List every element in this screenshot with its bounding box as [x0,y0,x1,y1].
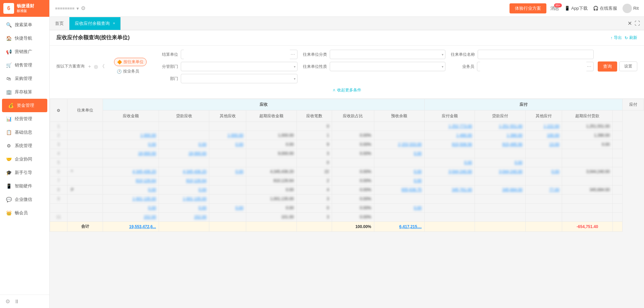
link-cell[interactable]: 100.00 [525,131,562,140]
sidebar-item-sales[interactable]: 🛒 销售管理 [0,58,49,72]
link-cell[interactable]: 1,251,551.00 [475,122,525,131]
link-cell[interactable]: 13.00 [525,140,562,149]
link-cell[interactable]: 345,684.00 [475,185,525,194]
link-cell[interactable]: 0.00 [159,204,209,213]
link-cell[interactable] [475,194,525,204]
export-button[interactable]: ↑ 导出 [610,35,622,41]
link-cell[interactable]: 0.00 [525,167,562,176]
link-cell[interactable]: 345,761.00 [425,185,475,194]
link-cell[interactable] [159,131,209,140]
link-cell[interactable]: 0.00 [374,176,424,185]
sidebar-item-inventory[interactable]: 🏢 库存核算 [0,85,49,99]
link-cell[interactable]: 810,126.64 [159,176,209,185]
link-cell[interactable] [209,176,246,185]
link-cell[interactable] [209,149,246,158]
sidebar-item-member[interactable]: 👑 畅会员 [0,206,49,220]
col-settings[interactable]: ⚙ [50,99,67,122]
link-cell[interactable]: 0.00 [209,167,246,176]
link-cell[interactable] [103,122,159,131]
sidebar-item-hardware[interactable]: 📱 智能硬件 [0,179,49,193]
link-cell[interactable] [525,176,562,185]
sidebar-item-finance[interactable]: 💰 资金管理 [2,99,47,112]
link-cell[interactable] [159,122,209,131]
schema-partner[interactable]: 🔶 按往来单位 [114,58,147,66]
refresh-button[interactable]: ↻ 刷新 [625,35,637,41]
link-cell[interactable]: 0.00 [374,149,424,158]
salesperson-dots[interactable]: ··· [587,63,591,70]
link-cell[interactable] [475,213,525,222]
link-cell[interactable]: 0.00 [374,204,424,213]
link-cell[interactable]: 1,490.00 [425,131,475,140]
link-cell[interactable]: 0.00 [159,185,209,194]
department-select[interactable] [181,74,298,83]
link-cell[interactable]: 0.00 [425,158,475,167]
link-cell[interactable]: 0.00 [103,140,159,149]
link-cell[interactable]: 0.00 [475,158,525,167]
partner-category-select[interactable] [330,50,446,59]
online-service-btn[interactable]: 🎧 在线客服 [593,5,617,11]
sidebar-item-purchase[interactable]: 🛍 采购管理 [0,72,49,85]
link-cell[interactable] [159,158,209,167]
link-cell[interactable]: 152.00 [159,213,209,222]
settings-bottom-icon[interactable]: ⚙ [5,298,10,305]
link-cell[interactable]: 4,345,436.20 [103,167,159,176]
link-cell[interactable] [425,194,475,204]
link-cell[interactable]: 3,044,240.00 [425,167,475,176]
link-cell[interactable]: 0.00 [209,140,246,149]
partner-nature-select[interactable] [330,62,446,71]
collapse-icon[interactable]: ⏸ [14,299,19,305]
link-cell[interactable] [475,149,525,158]
tab-home[interactable]: 首页 [50,17,69,30]
sidebar-item-marketing[interactable]: 📢 营销推广 [0,45,49,58]
sidebar-item-collab[interactable]: 🤝 企业协同 [0,152,49,166]
link-cell[interactable] [103,158,159,167]
link-cell[interactable] [425,176,475,185]
link-cell[interactable] [209,158,246,167]
link-cell[interactable]: 1,252,773.00 [425,122,475,131]
collapse-more-btn[interactable]: ∧ 收起更多条件 [56,86,637,94]
link-cell[interactable]: 1,001,135.00 [103,194,159,204]
link-cell[interactable]: 0.00 [103,185,159,194]
user-avatar[interactable]: Rit [623,4,639,13]
link-cell[interactable] [525,149,562,158]
link-cell[interactable]: 0.00 [159,140,209,149]
link-cell[interactable]: 0.00 [103,204,159,213]
link-cell[interactable]: 0.00 [209,204,246,213]
link-cell[interactable]: 655,636.75 [374,185,424,194]
division-select[interactable] [181,62,298,71]
link-cell[interactable] [374,131,424,140]
link-cell[interactable] [209,122,246,131]
breadcrumb-gear[interactable]: ⚙ [81,5,86,11]
partner-name-input[interactable] [478,50,594,59]
link-cell[interactable] [374,158,424,167]
link-cell[interactable]: 1,000.00 [209,131,246,140]
link-cell[interactable] [525,158,562,167]
link-cell[interactable]: 4,345,436.20 [159,167,209,176]
tab-active[interactable]: 应收应付余额查询 × [69,17,121,30]
link-cell[interactable]: 1,000.00 [103,131,159,140]
sidebar-item-basic[interactable]: 📋 基础信息 [0,126,49,139]
link-cell[interactable]: 152.00 [103,213,159,222]
link-cell[interactable] [209,185,246,194]
tab-close-window-icon[interactable]: ✕ [628,20,632,27]
link-cell[interactable] [425,213,475,222]
link-cell[interactable]: 77.00 [525,185,562,194]
footer-ar-total[interactable]: 19,553,472,6... [103,222,159,232]
link-cell[interactable] [525,204,562,213]
link-cell[interactable] [525,194,562,204]
link-cell[interactable] [475,204,525,213]
sidebar-item-guide[interactable]: 🎓 新手引导 [0,166,49,179]
link-cell[interactable] [425,149,475,158]
link-cell[interactable] [374,194,424,204]
link-cell[interactable] [209,213,246,222]
query-button[interactable]: 查询 [598,61,617,72]
link-cell[interactable]: 810,126.64 [103,176,159,185]
link-cell[interactable]: 2,153,333.00 [374,140,424,149]
settlement-unit-dots[interactable]: ··· [290,51,295,57]
link-cell[interactable]: 1,001,135.00 [159,194,209,204]
link-cell[interactable] [374,122,424,131]
link-cell[interactable]: 0.00 [374,167,424,176]
settlement-unit-input[interactable] [183,50,290,59]
link-cell[interactable]: 1,390.00 [475,131,525,140]
add-schema-icon[interactable]: ＋ [87,63,92,70]
